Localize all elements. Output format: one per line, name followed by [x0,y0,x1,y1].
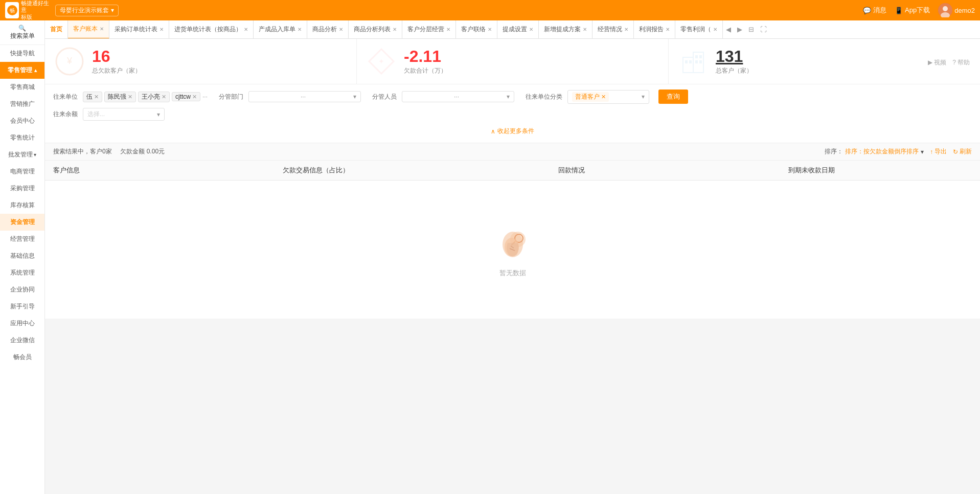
sidebar-item-newbie-guide[interactable]: 新手引导 [0,298,44,315]
category-select[interactable]: 普通客户 ✕ ▾ [567,90,649,104]
tab-close-icon2[interactable]: ✕ [159,27,164,32]
svg-text:畅: 畅 [10,8,15,13]
sidebar-item-app-center[interactable]: 应用中心 [0,315,44,332]
tab-profit-report[interactable]: 利润报告 ✕ [634,20,675,39]
tab-close-icon4[interactable]: ✕ [298,27,302,32]
logo-line1: 畅捷通好生意 [21,0,50,13]
sidebar-item-operations-mgmt[interactable]: 经营管理 [0,231,44,248]
sidebar-item-retail-mall[interactable]: 零售商城 [0,79,44,96]
stat-value-1: 16 [92,48,141,64]
svg-rect-16 [699,60,702,63]
sidebar-item-retail-mgmt[interactable]: 零售管理 ▴ [0,62,44,79]
tab-product-analysis[interactable]: 商品分析 ✕ [307,20,349,39]
person-more-icon: ··· [454,93,459,100]
tag-wang-close[interactable]: ✕ [162,94,166,100]
tag-chen-close[interactable]: ✕ [128,94,132,100]
sidebar-item-marketing[interactable]: 营销推广 [0,96,44,113]
sidebar: 🔍 搜索菜单 快捷导航 零售管理 ▴ 零售商城 营销推广 会员中心 零售统计 [0,20,45,494]
tab-close-icon7[interactable]: ✕ [446,27,450,32]
collapse-filter-btn[interactable]: ∧ 收起更多条件 [53,125,972,138]
tab-close-icon12[interactable]: ✕ [666,27,670,32]
tag-wu-close[interactable]: ✕ [94,94,99,100]
demo-selector[interactable]: 母婴行业演示账套 ▾ [55,5,119,16]
tab-commission-set[interactable]: 提成设置 ✕ [497,20,539,39]
user-btn[interactable]: demo2 [938,3,975,17]
empty-state: 暂无数据 [45,181,980,319]
tab-add-commission[interactable]: 新增提成方案 ✕ [539,20,592,39]
tab-finished-goods[interactable]: 产成品入库单 ✕ [254,20,307,39]
logo-icon: 畅 [5,2,19,18]
tab-close-icon[interactable]: ✕ [100,26,104,32]
message-btn[interactable]: 💬 消息 [863,6,886,15]
sidebar-item-inventory[interactable]: 库存核算 [0,197,44,214]
tab-operations[interactable]: 经营情况 ✕ [592,20,634,39]
tab-customer-ledger[interactable]: 客户账本 ✕ [68,20,109,39]
query-button[interactable]: 查询 [658,89,688,104]
tab-customer-tier[interactable]: 客户分层经营 ✕ [402,20,456,39]
tab-close-icon5[interactable]: ✕ [339,27,343,32]
stat-text-3: 131 总客户（家） [716,48,753,75]
tab-close-icon6[interactable]: ✕ [393,27,397,32]
sidebar-item-enterprise-collab[interactable]: 企业协同 [0,281,44,298]
unit-label: 往来单位 [53,93,78,101]
tab-close-icon3[interactable]: ✕ [244,27,248,32]
tab-close-icon8[interactable]: ✕ [488,27,492,32]
sidebar-item-search[interactable]: 🔍 搜索菜单 [0,20,44,45]
tab-retail-profit[interactable]: 零售利润（ ✕ [675,20,723,39]
sidebar-item-chang-member[interactable]: 畅会员 [0,349,44,366]
th-customer: 客户信息 [53,166,283,175]
tab-close-icon9[interactable]: ✕ [529,27,533,32]
tab-close-icon11[interactable]: ✕ [624,27,628,32]
tag-wang-text: 王小亮 [142,93,160,101]
sidebar-item-system-mgmt[interactable]: 系统管理 [0,264,44,281]
balance-select[interactable]: 选择... ▾ [83,108,165,121]
sidebar-item-basic-info[interactable]: 基础信息 [0,248,44,264]
person-select[interactable]: ··· ▾ [402,91,514,102]
tab-menu-btn[interactable]: ⊟ [745,26,757,33]
sidebar-item-quick-nav[interactable]: 快捷导航 [0,45,44,62]
filter-area: 往来单位 伍 ✕ 陈民强 ✕ [45,84,980,143]
dept-select[interactable]: ··· ▾ [248,91,361,102]
tab-close-icon10[interactable]: ✕ [583,27,587,32]
category-chevron: ▾ [642,93,645,100]
category-label: 往来单位分类 [526,93,562,101]
refresh-btn[interactable]: ↻ 刷新 [953,147,972,156]
tab-close-icon13[interactable]: ✕ [713,27,717,32]
svg-point-3 [943,6,948,11]
category-tag-close[interactable]: ✕ [601,94,606,100]
logo-line2: 标版 [21,14,50,20]
tab-customer-contact[interactable]: 客户联络 ✕ [456,20,497,39]
sidebar-item-finance-mgmt[interactable]: 资金管理 [0,214,44,231]
building-icon [679,47,708,76]
sort-select[interactable]: 排序： 排序：按欠款金额倒序排序 ▾ [825,147,924,156]
sidebar-inventory-label: 库存核算 [3,201,41,210]
doc-help-btn[interactable]: ? 帮助 [952,58,970,67]
person-chevron: ▾ [507,93,510,100]
tag-cjttcw-text: cjttcw [175,93,191,100]
sidebar-item-enterprise-wechat[interactable]: 企业微信 [0,332,44,349]
tab-expand-btn[interactable]: ⛶ [757,26,770,33]
video-help-btn[interactable]: ▶ 视频 [928,58,946,67]
tab-purchase-stat[interactable]: 进货单统计表（按商品） ✕ [169,20,254,39]
filter-more-btn[interactable]: ··· [202,93,208,100]
app-download-btn[interactable]: 📱 App下载 [895,6,930,15]
sidebar-newbie-label: 新手引导 [3,302,41,311]
results-amount: 欠款金额 0.00元 [120,148,165,155]
question-icon: ? [952,59,956,66]
empty-text: 暂无数据 [499,268,526,278]
tab-home[interactable]: 首页 [45,20,68,39]
tag-cjttcw-close[interactable]: ✕ [192,94,197,100]
export-btn[interactable]: ↑ 导出 [930,147,947,156]
sidebar-item-wholesale-mgmt[interactable]: 批发管理 ▾ [0,146,44,163]
tab-purchase-order[interactable]: 采购订单统计表 ✕ [109,20,169,39]
sidebar-item-purchase-mgmt[interactable]: 采购管理 [0,180,44,197]
query-btn-label: 查询 [667,93,680,100]
stat-label-1: 总欠款客户（家） [92,66,141,75]
sidebar-item-member-center[interactable]: 会员中心 [0,113,44,129]
tab-product-list[interactable]: 商品分析列表 ✕ [349,20,402,39]
sidebar-item-retail-stat[interactable]: 零售统计 [0,129,44,146]
sidebar-item-ecommerce[interactable]: 电商管理 [0,163,44,180]
refresh-label: 刷新 [960,147,972,156]
tab-prev-btn[interactable]: ◀ [723,26,734,33]
tab-next-btn[interactable]: ▶ [734,26,745,33]
